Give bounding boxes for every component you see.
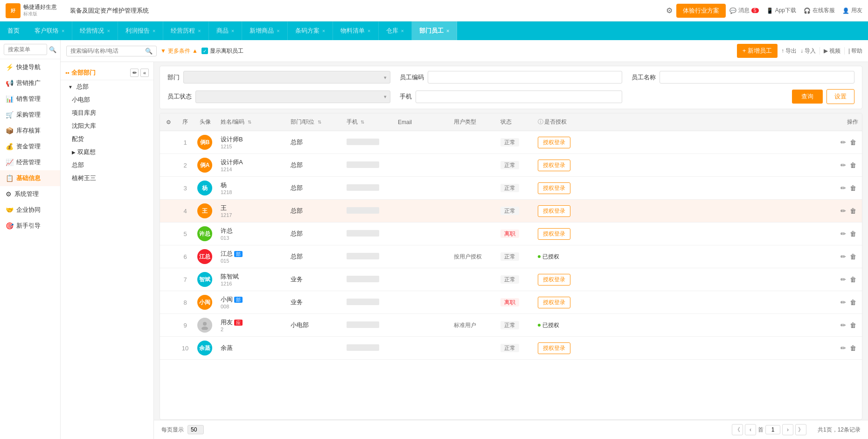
dept-node-shenyang[interactable]: 沈阳大库 bbox=[61, 119, 153, 132]
dept-node-project[interactable]: 项目库房 bbox=[61, 106, 153, 119]
sidebar-item-inventory[interactable]: 📦 库存核算 bbox=[0, 123, 60, 139]
tab-dept-emp-close[interactable]: × bbox=[446, 28, 449, 34]
dept-node-xiaodianbу[interactable]: 小电部 bbox=[61, 93, 153, 106]
sidebar-item-collab[interactable]: 🤝 企业协同 bbox=[0, 202, 60, 218]
help-btn[interactable]: | 帮助 bbox=[848, 47, 862, 55]
tab-new-goods[interactable]: 新增商品 × bbox=[242, 21, 287, 40]
tab-goods[interactable]: 商品 × bbox=[209, 21, 242, 40]
delete-btn[interactable]: 🗑 bbox=[850, 253, 856, 260]
dept-node-zongbu-child[interactable]: 总部 bbox=[61, 159, 153, 172]
more-filters-btn[interactable]: ▼ 更多条件 ▲ bbox=[160, 47, 198, 55]
filter-dept-select[interactable] bbox=[183, 71, 390, 84]
search-input[interactable] bbox=[70, 48, 145, 54]
sidebar-item-quicknav[interactable]: ⚡ 快捷导航 bbox=[0, 59, 60, 75]
edit-btn[interactable]: ✏ bbox=[840, 276, 846, 283]
auth-btn[interactable]: 授权登录 bbox=[538, 228, 570, 240]
filter-status-select[interactable] bbox=[195, 91, 390, 103]
tab-bom-close[interactable]: × bbox=[368, 28, 370, 34]
col-settings[interactable]: ⚙ bbox=[160, 113, 177, 131]
tab-customer[interactable]: 客户联络 × bbox=[27, 21, 72, 40]
dept-edit-btn[interactable]: ✏ bbox=[130, 69, 139, 77]
col-name[interactable]: 姓名/编码 ⇅ bbox=[217, 113, 287, 131]
edit-btn[interactable]: ✏ bbox=[840, 139, 846, 146]
tab-bom[interactable]: 物料清单 × bbox=[333, 21, 378, 40]
col-phone[interactable]: 手机 ⇅ bbox=[343, 113, 394, 131]
tab-profit[interactable]: 利润报告 × bbox=[118, 21, 163, 40]
sidebar-item-purchase[interactable]: 🛒 采购管理 bbox=[0, 107, 60, 123]
online-service-btn[interactable]: 🎧 在线客服 bbox=[804, 7, 835, 14]
edit-btn[interactable]: ✏ bbox=[840, 299, 846, 306]
sidebar-item-guide[interactable]: 🎯 新手引导 bbox=[0, 218, 60, 234]
import-btn[interactable]: ↓ 导入 bbox=[800, 47, 816, 55]
sidebar-item-operations[interactable]: 📈 经营管理 bbox=[0, 154, 60, 170]
dept-node-shuangtingxiang[interactable]: ▶双庭想 bbox=[61, 146, 153, 159]
sidebar-item-basicinfo[interactable]: 📋 基础信息 bbox=[0, 170, 60, 186]
tab-barcode[interactable]: 条码方案 × bbox=[288, 21, 333, 40]
nav-home[interactable]: 首页 bbox=[0, 21, 27, 40]
delete-btn[interactable]: 🗑 bbox=[850, 184, 856, 192]
message-btn[interactable]: 💬 消息 5 bbox=[729, 7, 759, 14]
prev-page-btn[interactable]: ‹ bbox=[745, 424, 756, 435]
edit-btn[interactable]: ✏ bbox=[840, 230, 846, 237]
delete-btn[interactable]: 🗑 bbox=[850, 161, 856, 169]
delete-btn[interactable]: 🗑 bbox=[850, 344, 856, 352]
tab-warehouse[interactable]: 仓库 × bbox=[379, 21, 412, 40]
sidebar-search-input[interactable] bbox=[4, 44, 47, 55]
tab-warehouse-close[interactable]: × bbox=[401, 28, 404, 34]
tab-operation[interactable]: 经营情况 × bbox=[72, 21, 118, 40]
sidebar-item-sales[interactable]: 📊 销售管理 bbox=[0, 91, 60, 107]
query-btn[interactable]: 查询 bbox=[792, 90, 823, 104]
delete-btn[interactable]: 🗑 bbox=[850, 321, 856, 329]
auth-btn[interactable]: 授权登录 bbox=[538, 160, 570, 171]
delete-btn[interactable]: 🗑 bbox=[850, 276, 856, 283]
tab-new-goods-close[interactable]: × bbox=[277, 28, 279, 34]
sidebar-item-finance[interactable]: 💰 资金管理 bbox=[0, 139, 60, 154]
export-btn[interactable]: ↑ 导出 bbox=[781, 47, 797, 55]
tab-customer-close[interactable]: × bbox=[62, 28, 64, 34]
tab-dept-emp[interactable]: 部门员工 × bbox=[412, 21, 457, 40]
page-input[interactable] bbox=[765, 425, 780, 434]
show-resigned-toggle[interactable]: ✓ 显示离职员工 bbox=[201, 47, 243, 55]
edit-btn[interactable]: ✏ bbox=[840, 161, 846, 169]
auth-btn[interactable]: 授权登录 bbox=[538, 182, 570, 194]
edit-btn[interactable]: ✏ bbox=[840, 253, 846, 260]
settings-icon[interactable]: ⚙ bbox=[666, 6, 673, 15]
tab-operation-close[interactable]: × bbox=[107, 28, 110, 34]
tab-barcode-close[interactable]: × bbox=[322, 28, 325, 34]
delete-btn[interactable]: 🗑 bbox=[850, 139, 856, 146]
edit-btn[interactable]: ✏ bbox=[840, 207, 846, 215]
sidebar-item-sysadmin[interactable]: ⚙ 系统管理 bbox=[0, 186, 60, 202]
auth-btn[interactable]: 授权登录 bbox=[538, 205, 570, 217]
auth-btn[interactable]: 授权登录 bbox=[538, 342, 570, 354]
dept-node-zongbu-parent[interactable]: ▼ 总部 bbox=[61, 80, 153, 93]
try-btn[interactable]: 体验行业方案 bbox=[676, 4, 726, 18]
dept-node-zhishuwangsan[interactable]: 植树王三 bbox=[61, 172, 153, 185]
next-page-btn[interactable]: › bbox=[782, 424, 793, 435]
edit-btn[interactable]: ✏ bbox=[840, 344, 846, 352]
view-btn[interactable]: ▶ 视频 bbox=[824, 47, 840, 55]
search-icon[interactable]: 🔍 bbox=[145, 48, 153, 55]
sidebar-item-marketing[interactable]: 📢 营销推广 bbox=[0, 75, 60, 91]
filter-phone-input[interactable] bbox=[416, 91, 623, 103]
auth-btn[interactable]: 授权登录 bbox=[538, 137, 570, 148]
auth-btn[interactable]: 授权登录 bbox=[538, 297, 570, 308]
filter-code-input[interactable] bbox=[428, 71, 623, 84]
auth-btn[interactable]: 授权登录 bbox=[538, 274, 570, 286]
edit-btn[interactable]: ✏ bbox=[840, 321, 846, 329]
tab-history[interactable]: 经营历程 × bbox=[163, 21, 208, 40]
user-btn[interactable]: 👤 用友 bbox=[842, 7, 862, 14]
tab-goods-close[interactable]: × bbox=[231, 28, 234, 34]
delete-btn[interactable]: 🗑 bbox=[850, 230, 856, 237]
dept-node-peihuo[interactable]: 配货 bbox=[61, 132, 153, 146]
filter-name-input[interactable] bbox=[660, 71, 854, 84]
delete-btn[interactable]: 🗑 bbox=[850, 207, 856, 215]
edit-btn[interactable]: ✏ bbox=[840, 184, 846, 192]
first-page-btn[interactable]: 《 bbox=[732, 424, 743, 435]
page-size-select[interactable]: 50 100 200 bbox=[187, 425, 204, 434]
dept-collapse-btn[interactable]: « bbox=[140, 69, 149, 77]
last-page-btn[interactable]: 》 bbox=[795, 424, 806, 435]
delete-btn[interactable]: 🗑 bbox=[850, 299, 856, 306]
app-download-btn[interactable]: 📱 App下载 bbox=[766, 7, 796, 14]
tab-profit-close[interactable]: × bbox=[153, 28, 155, 34]
tab-history-close[interactable]: × bbox=[198, 28, 201, 34]
